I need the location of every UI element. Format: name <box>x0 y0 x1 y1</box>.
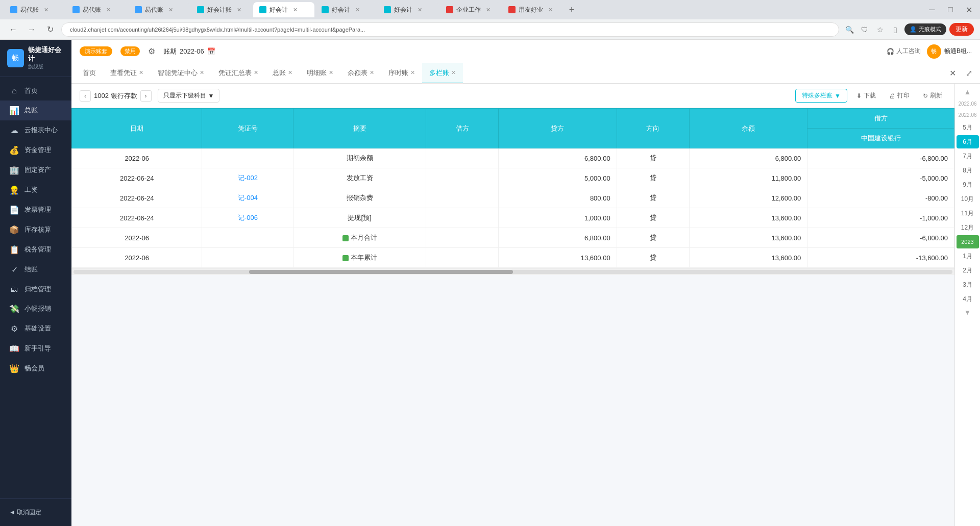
tab-close-2[interactable]: ✕ <box>106 7 111 13</box>
user-avatar[interactable]: 畅 <box>927 44 941 59</box>
tab-yidaizhang-3[interactable]: 易代账 ✕ <box>129 2 190 17</box>
search-icon[interactable]: 🔍 <box>843 23 855 36</box>
tab-close-9[interactable]: ✕ <box>548 7 553 13</box>
sidebar-item-tax[interactable]: 📋 税务管理 <box>0 240 71 260</box>
sidebar-item-archive[interactable]: 🗂 归档管理 <box>0 280 71 299</box>
forward-button[interactable]: → <box>24 22 39 37</box>
scroll-track[interactable] <box>74 270 952 274</box>
tab-smart-voucher[interactable]: 智能凭证中心 ✕ <box>151 63 211 84</box>
tab-haokuaiji-4[interactable]: 好会计账 ✕ <box>191 2 252 17</box>
download-button[interactable]: ⬇ 下载 <box>852 89 880 102</box>
tab-detail-ledger[interactable]: 明细账 ✕ <box>300 63 340 84</box>
time-july[interactable]: 7月 <box>957 149 979 163</box>
multi-col-button[interactable]: 特殊多栏账 ▼ <box>795 89 847 103</box>
sidebar-item-settings[interactable]: ⚙ 基础设置 <box>0 319 71 339</box>
tab-balance-sheet-close[interactable]: ✕ <box>370 69 374 76</box>
tab-view-voucher-close[interactable]: ✕ <box>139 69 143 76</box>
tab-multi-col[interactable]: 多栏账 ✕ <box>422 63 463 84</box>
time-up-arrow[interactable]: ▲ <box>962 86 973 98</box>
tab-yidaizhang-2[interactable]: 易代账 ✕ <box>66 2 128 17</box>
tab-close-7[interactable]: ✕ <box>418 7 422 13</box>
sidebar-item-invoice[interactable]: 📄 发票管理 <box>0 200 71 220</box>
tab-close-6[interactable]: ✕ <box>355 7 360 13</box>
time-may[interactable]: 5月 <box>957 121 979 134</box>
tab-close-5[interactable]: ✕ <box>293 7 298 13</box>
tab-yidaizhang-1[interactable]: 易代账 ✕ <box>4 2 65 17</box>
tab-haokuaiji-7[interactable]: 好会计 ✕ <box>378 2 439 17</box>
cell-voucher[interactable]: 记-004 <box>202 188 293 208</box>
tab-sequence-ledger-close[interactable]: ✕ <box>410 69 415 76</box>
tab-balance-sheet[interactable]: 余额表 ✕ <box>340 63 381 84</box>
tab-close-1[interactable]: ✕ <box>44 7 48 13</box>
tab-close-4[interactable]: ✕ <box>237 7 241 13</box>
sidebar-item-ledger[interactable]: 📊 总账 <box>0 101 71 120</box>
time-mar[interactable]: 3月 <box>957 278 979 291</box>
tab-general-ledger-close[interactable]: ✕ <box>288 69 292 76</box>
time-down-arrow[interactable]: ▼ <box>962 306 973 318</box>
scroll-thumb[interactable] <box>249 270 513 274</box>
sidebar-item-fund[interactable]: 💰 资金管理 <box>0 140 71 160</box>
filter-select[interactable]: 只显示下级科目 ▼ <box>158 89 220 103</box>
cell-summary: 期初余额 <box>293 148 426 168</box>
next-account-button[interactable]: › <box>140 90 152 102</box>
close-button[interactable]: ✕ <box>962 3 976 17</box>
time-june[interactable]: 6月 <box>957 135 979 148</box>
sidebar-item-guide[interactable]: 📖 新手引导 <box>0 339 71 359</box>
time-november[interactable]: 11月 <box>957 207 979 220</box>
tab-smart-voucher-close[interactable]: ✕ <box>200 69 204 76</box>
time-october[interactable]: 10月 <box>957 192 979 206</box>
sidebar-item-close-account[interactable]: ✓ 结账 <box>0 260 71 280</box>
tab-close-8[interactable]: ✕ <box>486 7 491 13</box>
time-august[interactable]: 8月 <box>957 164 979 177</box>
tab-yonyou-9[interactable]: 用友好业 ✕ <box>502 2 564 17</box>
tab-multi-col-close[interactable]: ✕ <box>451 69 456 76</box>
tab-voucher-summary[interactable]: 凭证汇总表 ✕ <box>211 63 265 84</box>
time-jan[interactable]: 1月 <box>957 249 979 263</box>
cell-voucher[interactable]: 记-002 <box>202 168 293 188</box>
refresh-button[interactable]: ↻ 刷新 <box>919 89 946 102</box>
tab-view-voucher[interactable]: 查看凭证 ✕ <box>103 63 151 84</box>
sidebar-item-inventory[interactable]: 📦 库存核算 <box>0 220 71 240</box>
sidebar-toggle-icon[interactable]: ▯ <box>889 23 901 36</box>
time-december[interactable]: 12月 <box>957 221 979 234</box>
stealth-mode-button[interactable]: 👤 无痕模式 <box>904 23 946 35</box>
unpin-button[interactable]: ◄ 取消固定 <box>0 504 71 521</box>
sidebar-item-member[interactable]: 👑 畅会员 <box>0 359 71 379</box>
print-button[interactable]: 🖨 打印 <box>885 89 914 102</box>
sidebar-item-payroll[interactable]: 👷 工资 <box>0 180 71 200</box>
settings-gear-icon[interactable]: ⚙ <box>148 46 155 56</box>
time-year-2023[interactable]: 2023 <box>957 235 979 248</box>
time-september[interactable]: 9月 <box>957 178 979 191</box>
tab-voucher-summary-close[interactable]: ✕ <box>254 69 258 76</box>
tab-haokuaiji-6[interactable]: 好会计 ✕ <box>315 2 377 17</box>
star-icon[interactable]: ☆ <box>874 23 886 36</box>
sidebar-item-expense[interactable]: 💸 小畅报销 <box>0 299 71 319</box>
address-input[interactable]: cloud2.chanjet.com/accounting/uh26t264j5… <box>61 22 839 37</box>
time-feb[interactable]: 2月 <box>957 264 979 277</box>
tab-close-action[interactable]: ✕ <box>945 66 960 81</box>
col-special-sub: 中国建设银行 <box>807 129 954 148</box>
horizontal-scrollbar[interactable] <box>71 268 954 275</box>
tab-sequence-ledger[interactable]: 序时账 ✕ <box>381 63 422 84</box>
tab-expand-action[interactable]: ⤢ <box>962 66 976 81</box>
back-button[interactable]: ← <box>6 22 20 37</box>
update-button[interactable]: 更新 <box>949 23 974 36</box>
new-tab-button[interactable]: + <box>565 3 579 17</box>
cell-voucher[interactable]: 记-006 <box>202 208 293 228</box>
maximize-button[interactable]: □ <box>943 3 958 17</box>
tab-close-3[interactable]: ✕ <box>168 7 173 13</box>
time-apr[interactable]: 4月 <box>957 292 979 306</box>
sidebar-item-home[interactable]: ⌂ 首页 <box>0 81 71 101</box>
sidebar-item-cloud-report[interactable]: ☁ 云报表中心 <box>0 120 71 140</box>
tab-general-ledger[interactable]: 总账 ✕ <box>265 63 300 84</box>
refresh-button[interactable]: ↻ <box>43 22 57 37</box>
prev-account-button[interactable]: ‹ <box>80 90 91 102</box>
minimize-button[interactable]: ─ <box>925 3 939 17</box>
tab-detail-ledger-close[interactable]: ✕ <box>329 69 333 76</box>
sidebar-item-fixed-assets[interactable]: 🏢 固定资产 <box>0 160 71 180</box>
calendar-icon[interactable]: 📅 <box>207 47 215 55</box>
tab-home[interactable]: 首页 <box>76 63 103 84</box>
tab-enterprise-8[interactable]: 企业工作 ✕ <box>440 2 501 17</box>
service-button[interactable]: 🎧 人工咨询 <box>887 47 921 56</box>
tab-haokuaiji-5[interactable]: 好会计 ✕ <box>253 2 314 17</box>
